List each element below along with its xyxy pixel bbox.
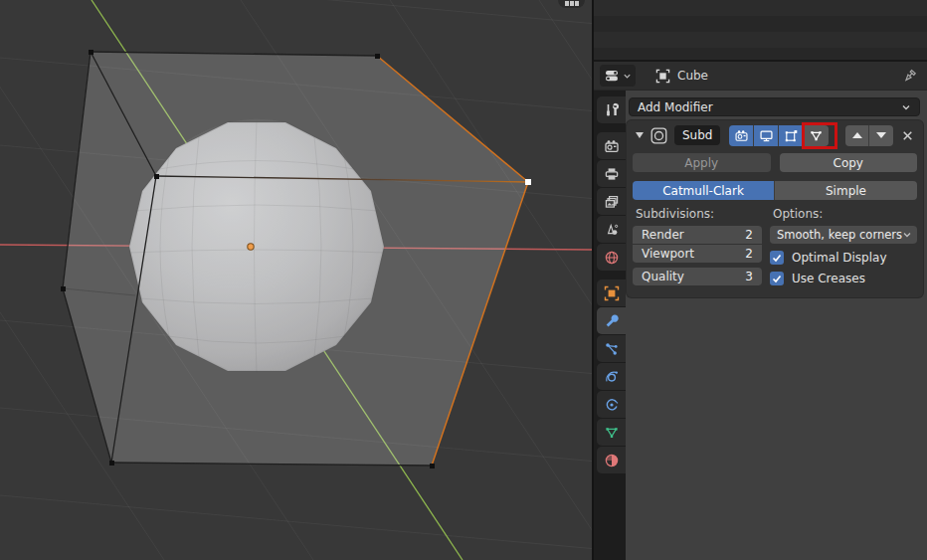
breadcrumb-object-name: Cube [677, 69, 708, 83]
use-creases-checkbox-row[interactable]: Use Creases [770, 272, 917, 285]
modifier-name-field[interactable]: Subd [674, 125, 720, 145]
world-globe-icon [604, 250, 620, 266]
chevron-down-icon [901, 102, 911, 112]
outliner-row [594, 32, 927, 48]
tab-particle-properties[interactable] [597, 335, 626, 362]
use-creases-label: Use Creases [792, 272, 865, 285]
tab-object-data-properties[interactable] [597, 419, 626, 446]
options-heading: Options: [770, 207, 917, 221]
quality-value: 3 [745, 270, 753, 283]
options-column: Options: Smooth, keep corners [770, 207, 917, 285]
properties-content: Add Modifier Subd [626, 91, 927, 560]
modifier-panel-header: Subd [627, 120, 923, 150]
modifier-name: Subd [682, 128, 712, 142]
optimal-display-checkbox-row[interactable]: Optimal Display [770, 251, 917, 265]
render-subdivisions-field[interactable]: Render 2 [633, 226, 762, 244]
outliner-row [594, 16, 927, 32]
mesh-triangle-icon [604, 425, 620, 441]
render-camera-icon [604, 138, 620, 154]
particles-icon [604, 341, 620, 357]
right-editors: Cube [594, 0, 927, 560]
tool-icon [604, 102, 620, 118]
cage-triangle-icon [809, 128, 824, 143]
outliner-region[interactable] [594, 0, 927, 62]
catmull-clark-label: Catmull-Clark [662, 184, 744, 198]
tab-physics-properties[interactable] [597, 363, 626, 390]
subdivisions-heading: Subdivisions: [633, 207, 762, 221]
outliner-row [594, 0, 927, 16]
realtime-toggle[interactable] [754, 125, 779, 146]
object-origin-point [248, 244, 254, 250]
subdivisions-column: Subdivisions: Render 2 Viewport 2 [633, 207, 762, 285]
editor-type-selector[interactable] [600, 65, 636, 87]
tab-tool[interactable] [597, 96, 626, 123]
modifier-display-toggles [729, 125, 829, 146]
uv-smooth-dropdown[interactable]: Smooth, keep corners [770, 226, 917, 244]
wrench-icon [604, 313, 620, 329]
tab-modifier-properties[interactable] [597, 307, 626, 334]
pin-icon[interactable] [902, 69, 917, 84]
quality-field[interactable]: Quality 3 [633, 268, 762, 285]
render-value: 2 [745, 228, 753, 242]
3d-viewport[interactable] [0, 0, 594, 560]
add-modifier-label: Add Modifier [638, 100, 901, 114]
tab-object-properties[interactable] [597, 280, 626, 306]
viewport-value: 2 [745, 247, 753, 261]
active-vertex[interactable] [525, 179, 531, 185]
monitor-icon [759, 128, 774, 143]
properties-tab-column [594, 91, 626, 560]
simple-label: Simple [826, 184, 866, 198]
tab-world-properties[interactable] [597, 244, 626, 271]
tab-output-properties[interactable] [597, 160, 626, 187]
edit-cage-icon [784, 128, 799, 143]
viewport-subdivisions-field[interactable]: Viewport 2 [633, 245, 762, 263]
optimal-display-label: Optimal Display [792, 251, 887, 265]
delete-modifier-button[interactable] [901, 129, 914, 142]
optimal-display-checkbox[interactable] [770, 251, 784, 265]
render-toggle[interactable] [729, 125, 754, 146]
properties-editor-icon [604, 68, 621, 84]
simple-option[interactable]: Simple [775, 181, 917, 200]
check-icon [772, 254, 782, 263]
scene-icon [604, 222, 620, 238]
viewport-overlay-icon-partial[interactable] [558, 0, 585, 8]
printer-icon [604, 166, 620, 182]
subdivision-type-segment: Catmull-Clark Simple [633, 181, 917, 200]
move-up-button[interactable] [845, 125, 869, 146]
on-cage-toggle[interactable] [804, 125, 829, 146]
apply-label: Apply [684, 156, 718, 170]
check-icon [772, 275, 782, 283]
quality-label: Quality [642, 270, 745, 283]
subsurf-modifier-panel: Subd [627, 120, 923, 297]
apply-button[interactable]: Apply [633, 153, 771, 172]
tab-material-properties[interactable] [597, 447, 626, 473]
camera-icon [734, 128, 749, 143]
blender-window: Cube [0, 0, 927, 560]
render-label: Render [642, 228, 745, 242]
edit-mode-toggle[interactable] [779, 125, 804, 146]
expand-arrow-icon[interactable] [636, 132, 644, 138]
use-creases-checkbox[interactable] [770, 272, 784, 285]
subsurf-modifier-icon [650, 127, 667, 144]
triangle-up-icon [852, 132, 862, 138]
render-viewport-fields: Render 2 Viewport 2 [633, 226, 762, 263]
add-modifier-dropdown[interactable]: Add Modifier [629, 97, 920, 116]
chevron-down-icon [902, 230, 912, 240]
tab-render-properties[interactable] [597, 132, 626, 159]
breadcrumb[interactable]: Cube [655, 69, 708, 84]
uv-smooth-value: Smooth, keep corners [777, 228, 902, 242]
copy-label: Copy [834, 156, 863, 170]
tab-view-layer-properties[interactable] [597, 188, 626, 215]
modifier-move-buttons [845, 125, 893, 146]
triangle-down-icon [876, 132, 886, 138]
viewport-label: Viewport [642, 247, 745, 261]
modifier-settings-columns: Subdivisions: Render 2 Viewport 2 [633, 207, 917, 285]
catmull-clark-option[interactable]: Catmull-Clark [633, 181, 775, 200]
tab-scene-properties[interactable] [597, 216, 626, 243]
object-icon [655, 69, 670, 84]
properties-header: Cube [594, 62, 927, 91]
constraint-icon [604, 397, 620, 413]
move-down-button[interactable] [869, 125, 893, 146]
tab-constraint-properties[interactable] [597, 391, 626, 418]
copy-button[interactable]: Copy [780, 153, 918, 172]
